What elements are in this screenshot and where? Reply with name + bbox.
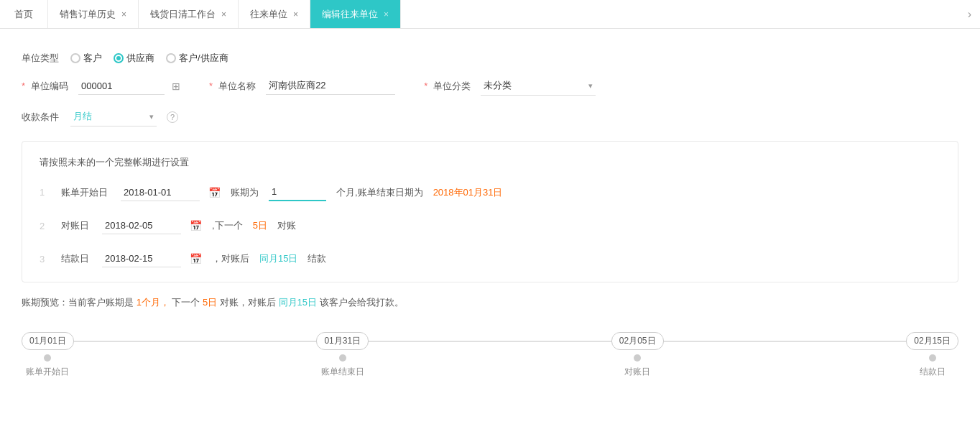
timeline: 01月01日账单开始日01月31日账单结束日02月05日对账日02月15日结款日 [22, 325, 958, 385]
tab-close-partner[interactable]: × [293, 9, 298, 19]
row-num-3: 3 [40, 254, 54, 264]
preview-orange1: 1个月， [137, 297, 170, 308]
help-icon[interactable]: ? [167, 111, 178, 123]
tab-partner[interactable]: 往来单位× [239, 0, 310, 28]
tab-sales-history[interactable]: 销售订单历史× [48, 0, 139, 28]
payment-chevron-icon: ▾ [149, 112, 154, 121]
star-name: * [209, 80, 213, 91]
start-date-input[interactable] [121, 184, 200, 201]
timeline-date-label-1: 01月31日 [316, 332, 369, 350]
tab-close-sales-history[interactable]: × [121, 9, 126, 19]
tab-label-edit-partner: 编辑往来单位 [322, 8, 378, 21]
calendar-icon-2[interactable]: 📅 [190, 220, 202, 231]
setting-row-1: 1 账单开始日 📅 账期为 个月,账单结束日期为 2018年01月31日 [40, 183, 940, 201]
timeline-point-0: 01月01日账单开始日 [22, 332, 74, 378]
radio-customer[interactable]: 客户 [70, 52, 102, 65]
reconcile-suffix: 对账 [277, 219, 296, 232]
row-label-3: 结款日 [61, 252, 89, 265]
payment-terms-row: 收款条件 月结 ▾ ? [22, 107, 958, 126]
timeline-point-2: 02月05日对账日 [611, 332, 664, 378]
row-num-2: 2 [40, 221, 54, 231]
preview-end: 该客户会给我打款。 [320, 297, 404, 308]
tab-close-edit-partner[interactable]: × [384, 9, 389, 19]
timeline-point-3: 02月15日结款日 [906, 332, 958, 378]
unit-code-input[interactable] [78, 78, 165, 95]
radio-circle-customer [70, 53, 80, 63]
unit-code-label: 单位编码 [31, 80, 68, 93]
preview-label: 账期预览：当前客户账期是 [22, 297, 134, 308]
radio-group: 客户 供应商 客户/供应商 [70, 52, 228, 65]
reconcile-date-input[interactable] [102, 217, 181, 234]
timeline-date-label-0: 01月01日 [22, 332, 74, 350]
preview-mid: 下一个 [172, 297, 200, 308]
payment-prefix: ，对账后 [212, 252, 249, 265]
payment-terms-select[interactable]: 月结 ▾ [70, 107, 157, 126]
period-end-date: 2018年01月31日 [433, 186, 503, 199]
setting-row-2: 2 对账日 📅 ,下一个 5日 对账 [40, 217, 940, 234]
unit-type-label: 单位类型 [22, 52, 59, 65]
section-description: 请按照未来的一个完整帐期进行设置 [40, 156, 940, 169]
timeline-date-label-3: 02月15日 [906, 332, 958, 350]
row-label-2: 对账日 [61, 219, 89, 232]
unit-type-row: 单位类型 客户 供应商 客户/供应商 [22, 52, 958, 65]
calendar-icon-3[interactable]: 📅 [190, 253, 202, 264]
unit-name-label: 单位名称 [218, 80, 256, 93]
row-num-1: 1 [40, 187, 54, 198]
copy-icon[interactable]: ⊞ [172, 80, 180, 92]
period-value-input[interactable] [269, 183, 326, 201]
payment-suffix: 结款 [308, 252, 326, 265]
timeline-sublabel-0: 账单开始日 [26, 366, 69, 378]
radio-label-both: 客户/供应商 [179, 52, 228, 65]
timeline-sublabel-3: 结款日 [920, 366, 946, 378]
tab-label-sales-history: 销售订单历史 [60, 8, 116, 21]
tab-cash-work[interactable]: 钱货日清工作台× [139, 0, 239, 28]
timeline-dot-2 [634, 354, 641, 362]
star-cat: * [424, 80, 427, 91]
tab-edit-partner[interactable]: 编辑往来单位× [310, 0, 401, 28]
timeline-date-label-2: 02月05日 [611, 332, 664, 350]
setting-row-3: 3 结款日 📅 ，对账后 同月15日 结款 [40, 250, 940, 267]
unit-category-label: 单位分类 [433, 80, 471, 93]
main-content: 单位类型 客户 供应商 客户/供应商 * 单位编码 ⊞ * 单位名称 [0, 29, 980, 437]
tab-bar: 首页销售订单历史×钱货日清工作台×往来单位×编辑往来单位× › [0, 0, 980, 29]
preview-orange2: 5日 [203, 297, 217, 308]
timeline-dot-3 [929, 354, 936, 362]
unit-details-row: * 单位编码 ⊞ * 单位名称 * 单位分类 未分类 ▾ [22, 76, 958, 96]
timeline-sublabel-2: 对账日 [624, 366, 650, 378]
category-chevron-icon: ▾ [588, 81, 593, 91]
radio-label-customer: 客户 [83, 52, 102, 65]
tab-close-cash-work[interactable]: × [221, 9, 226, 19]
tab-label-home: 首页 [14, 8, 33, 21]
preview-text: 账期预览：当前客户账期是 1个月， 下一个 5日 对账，对账后 同月15日 该客… [22, 294, 958, 310]
calendar-icon-1[interactable]: 📅 [208, 187, 221, 198]
row-label-1: 账单开始日 [61, 186, 108, 199]
timeline-dot-1 [339, 354, 346, 362]
radio-both[interactable]: 客户/供应商 [166, 52, 228, 65]
unit-category-value: 未分类 [484, 79, 586, 92]
preview-mid2: 对账，对账后 [220, 297, 276, 308]
radio-supplier[interactable]: 供应商 [114, 52, 154, 65]
timeline-sublabel-1: 账单结束日 [321, 366, 364, 378]
period-unit-text: 个月,账单结束日期为 [336, 186, 423, 199]
reconcile-prefix: ,下一个 [212, 219, 243, 232]
settings-section: 请按照未来的一个完整帐期进行设置 1 账单开始日 📅 账期为 个月,账单结束日期… [22, 141, 958, 282]
tab-home[interactable]: 首页 [0, 0, 48, 28]
timeline-points: 01月01日账单开始日01月31日账单结束日02月05日对账日02月15日结款日 [22, 332, 958, 378]
radio-circle-both [166, 53, 176, 63]
radio-circle-supplier [114, 53, 124, 63]
radio-label-supplier: 供应商 [126, 52, 154, 65]
payment-terms-value: 月结 [73, 110, 147, 123]
payment-date-input[interactable] [102, 250, 181, 267]
unit-category-select[interactable]: 未分类 ▾ [481, 76, 596, 96]
period-prefix-text: 账期为 [231, 186, 259, 199]
tab-label-cash-work: 钱货日清工作台 [150, 8, 216, 21]
timeline-dot-0 [44, 354, 51, 362]
timeline-point-1: 01月31日账单结束日 [316, 332, 369, 378]
preview-teal: 同月15日 [279, 297, 320, 308]
unit-name-input[interactable] [266, 78, 395, 95]
tab-bar-arrow[interactable]: › [959, 0, 980, 28]
star-code: * [22, 80, 25, 91]
payment-terms-label: 收款条件 [22, 111, 59, 124]
tab-label-partner: 往来单位 [250, 8, 287, 21]
reconcile-orange: 5日 [253, 219, 267, 232]
